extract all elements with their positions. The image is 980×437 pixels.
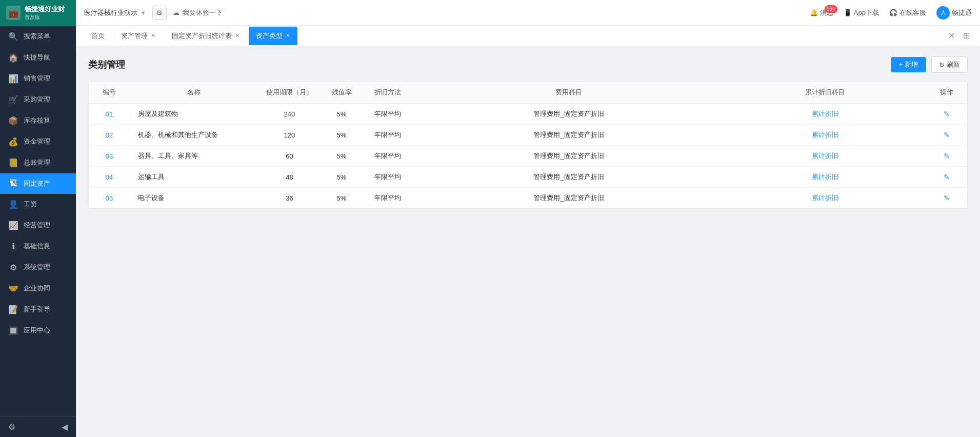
tab-expand-icon[interactable]: ⊞ xyxy=(961,30,972,42)
sidebar-item-sales[interactable]: 📊 销售管理 xyxy=(0,68,76,89)
cell-action: ✎ xyxy=(926,125,967,146)
customer-service-label: 在线客服 xyxy=(899,8,926,17)
cell-expense: 管理费用_固定资产折旧 xyxy=(413,188,724,209)
cell-action: ✎ xyxy=(926,146,967,167)
demo-selector[interactable]: 医疗器械行业演示 ▼ xyxy=(84,8,146,17)
table-row: 05 电子设备 36 5% 年限平均 管理费用_固定资产折旧 累计折旧 ✎ xyxy=(89,188,967,209)
tab-asset-management[interactable]: 资产管理 ✕ xyxy=(114,27,163,45)
accumulated-link[interactable]: 累计折旧 xyxy=(812,173,838,181)
sidebar-item-operations[interactable]: 📈 经营管理 xyxy=(0,215,76,236)
table-row: 02 机器、机械和其他生产设备 120 5% 年限平均 管理费用_固定资产折旧 … xyxy=(89,125,967,146)
page-header: 类别管理 + 新增 ↻ 刷新 xyxy=(88,56,968,73)
cell-name: 房屋及建筑物 xyxy=(130,104,258,125)
sidebar-item-inventory[interactable]: 📦 库存核算 xyxy=(0,110,76,131)
sidebar-item-label: 快捷导航 xyxy=(24,53,50,62)
refresh-icon: ↻ xyxy=(939,61,945,69)
edit-icon[interactable]: ✎ xyxy=(944,110,950,118)
accumulated-link[interactable]: 累计折旧 xyxy=(812,152,838,160)
sidebar-item-quick-nav[interactable]: 🏠 快捷导航 xyxy=(0,47,76,68)
inventory-icon: 📦 xyxy=(8,116,18,126)
sidebar-item-search[interactable]: 🔍 搜索菜单 xyxy=(0,26,76,47)
sidebar-item-label: 资金管理 xyxy=(24,137,50,146)
sidebar-item-ledger[interactable]: 📒 总账管理 xyxy=(0,152,76,173)
sidebar-item-app-center[interactable]: 🔲 应用中心 xyxy=(0,320,76,341)
user-label: 畅捷通 xyxy=(952,8,972,17)
tab-home[interactable]: 首页 xyxy=(84,27,112,45)
table-row: 01 房屋及建筑物 240 5% 年限平均 管理费用_固定资产折旧 累计折旧 ✎ xyxy=(89,104,967,125)
new-button[interactable]: + 新增 xyxy=(891,57,926,72)
cell-accumulated: 累计折旧 xyxy=(724,146,926,167)
sidebar-item-label: 应用中心 xyxy=(24,326,50,335)
col-header-action: 操作 xyxy=(926,82,967,104)
avatar: 人 xyxy=(936,6,950,19)
cell-expense: 管理费用_固定资产折旧 xyxy=(413,125,724,146)
experience-label: 我要体验一下 xyxy=(183,8,223,17)
edit-icon[interactable]: ✎ xyxy=(944,131,950,139)
home-icon: 🏠 xyxy=(8,53,18,63)
cell-action: ✎ xyxy=(926,104,967,125)
row-no-link[interactable]: 03 xyxy=(106,152,113,160)
refresh-button[interactable]: ↻ 刷新 xyxy=(931,56,968,73)
accumulated-link[interactable]: 累计折旧 xyxy=(812,110,838,117)
sidebar-item-system[interactable]: ⚙ 系统管理 xyxy=(0,257,76,278)
tab-close-icon[interactable]: ✕ xyxy=(286,32,290,39)
customer-service-button[interactable]: 🎧 在线客服 xyxy=(889,8,926,17)
settings-button[interactable]: ⚙ xyxy=(152,6,167,20)
cell-method: 年限平均 xyxy=(362,167,413,188)
sidebar-item-enterprise[interactable]: 🤝 企业协同 xyxy=(0,278,76,299)
user-menu[interactable]: 人 畅捷通 xyxy=(936,6,972,19)
purchase-icon: 🛒 xyxy=(8,95,18,105)
tab-asset-type[interactable]: 资产类型 ✕ xyxy=(249,27,297,45)
sidebar-item-payroll[interactable]: 👤 工资 xyxy=(0,194,76,215)
edit-icon[interactable]: ✎ xyxy=(944,194,950,202)
row-no-link[interactable]: 04 xyxy=(106,173,113,181)
app-download-button[interactable]: 📱 App下载 xyxy=(844,8,879,17)
cell-name: 电子设备 xyxy=(130,188,258,209)
guide-icon: 📝 xyxy=(8,305,18,314)
page-title: 类别管理 xyxy=(88,58,125,71)
tab-asset-type-label: 资产类型 xyxy=(256,31,283,41)
sidebar-item-label: 新手引导 xyxy=(24,305,50,314)
accumulated-link[interactable]: 累计折旧 xyxy=(812,131,838,138)
cell-expense: 管理费用_固定资产折旧 xyxy=(413,146,724,167)
cell-no: 04 xyxy=(89,167,130,188)
main-content: 类别管理 + 新增 ↻ 刷新 编号 名称 使用期限（月） 残值率 折旧方法 xyxy=(76,46,980,437)
sidebar-item-basic-info[interactable]: ℹ 基础信息 xyxy=(0,236,76,257)
sidebar-item-label: 销售管理 xyxy=(24,74,50,83)
cell-period: 48 xyxy=(258,167,321,188)
ledger-icon: 📒 xyxy=(8,158,18,168)
tab-close-icon[interactable]: ✕ xyxy=(235,32,239,39)
footer-settings-icon[interactable]: ⚙ xyxy=(8,422,15,432)
sidebar-collapse-icon[interactable]: ◀ xyxy=(62,422,68,432)
notifications-button[interactable]: 🔔 消息 99+ xyxy=(810,8,833,17)
topbar: 医疗器械行业演示 ▼ ⚙ ☁ 我要体验一下 🔔 消息 99+ 📱 App下载 🎧… xyxy=(76,0,980,26)
cell-method: 年限平均 xyxy=(362,188,413,209)
topbar-right-section: 🔔 消息 99+ 📱 App下载 🎧 在线客服 人 畅捷通 xyxy=(810,6,972,19)
edit-icon[interactable]: ✎ xyxy=(944,173,950,181)
sidebar-header: 💼 畅捷通好业财 普及版 xyxy=(0,0,76,26)
sidebar-item-fixed-assets[interactable]: 🏗 固定资产 xyxy=(0,173,76,194)
row-no-link[interactable]: 05 xyxy=(106,194,113,202)
row-no-link[interactable]: 01 xyxy=(106,110,113,118)
experience-button[interactable]: ☁ 我要体验一下 xyxy=(173,8,223,17)
sidebar-item-guide[interactable]: 📝 新手引导 xyxy=(0,299,76,320)
cell-name: 器具、工具、家具等 xyxy=(130,146,258,167)
edit-icon[interactable]: ✎ xyxy=(944,152,950,160)
tab-depreciation-table[interactable]: 固定资产折旧统计表 ✕ xyxy=(165,27,247,45)
sidebar-item-purchase[interactable]: 🛒 采购管理 xyxy=(0,89,76,110)
sidebar-item-capital[interactable]: 💰 资金管理 xyxy=(0,131,76,152)
sidebar-item-label: 工资 xyxy=(24,200,37,209)
col-header-expense: 费用科目 xyxy=(413,82,724,104)
accumulated-link[interactable]: 累计折旧 xyxy=(812,194,838,202)
cell-method: 年限平均 xyxy=(362,104,413,125)
cell-rate: 5% xyxy=(321,125,362,146)
cell-method: 年限平均 xyxy=(362,146,413,167)
tab-close-icon[interactable]: ✕ xyxy=(151,32,155,39)
tab-home-label: 首页 xyxy=(91,31,105,41)
sidebar-nav: 🔍 搜索菜单 🏠 快捷导航 📊 销售管理 🛒 采购管理 📦 库存核算 💰 资金管… xyxy=(0,26,76,416)
tab-close-window-icon[interactable]: ✕ xyxy=(946,30,957,42)
cell-period: 36 xyxy=(258,188,321,209)
cell-action: ✎ xyxy=(926,188,967,209)
main-area: 医疗器械行业演示 ▼ ⚙ ☁ 我要体验一下 🔔 消息 99+ 📱 App下载 🎧… xyxy=(76,0,980,437)
row-no-link[interactable]: 02 xyxy=(106,131,113,139)
